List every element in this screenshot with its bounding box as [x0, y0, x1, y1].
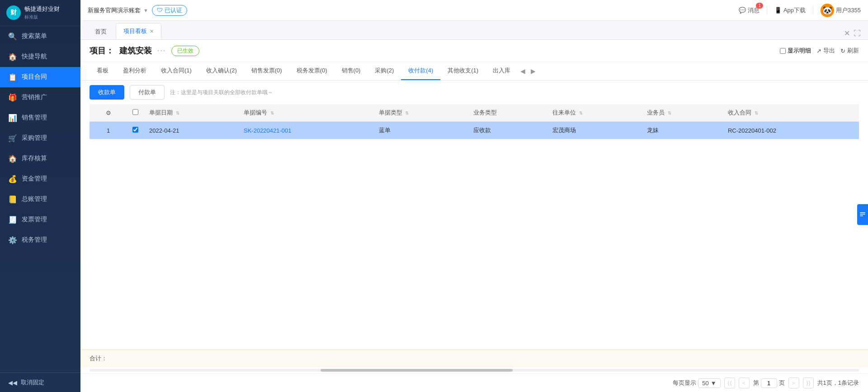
col-number[interactable]: 单据编号 ⇅ — [238, 104, 373, 122]
col-salesperson[interactable]: 业务员 ⇅ — [642, 104, 722, 122]
close-window-icon[interactable]: ✕ — [844, 29, 850, 38]
nav-tab-other-expense[interactable]: 其他收支(1) — [440, 62, 486, 80]
unpin-icon: ◀◀ — [8, 379, 17, 386]
page-size-dropdown[interactable]: 50 ▼ — [698, 378, 720, 388]
show-detail-input[interactable] — [780, 48, 786, 54]
nav-tab-kanban[interactable]: 看板 — [90, 62, 116, 80]
sidebar-item-invoice[interactable]: 🧾 发票管理 — [0, 210, 80, 230]
sort-date-icon: ⇅ — [176, 110, 179, 115]
message-badge: 1 — [756, 3, 763, 9]
sidebar-item-tax[interactable]: ⚙️ 税务管理 — [0, 230, 80, 250]
export-button[interactable]: ↗ 导出 — [816, 47, 835, 55]
right-float-panel-button[interactable] — [857, 204, 868, 225]
sidebar-item-purchase[interactable]: 🛒 采购管理 — [0, 128, 80, 148]
sidebar-item-search[interactable]: 🔍 搜索菜单 — [0, 26, 80, 47]
col-income-contract[interactable]: 收入合同 ⇅ — [722, 104, 859, 122]
sidebar-item-sales[interactable]: 📊 销售管理 — [0, 108, 80, 128]
refresh-icon: ↻ — [840, 48, 845, 54]
maximize-window-icon[interactable]: ⛶ — [854, 29, 861, 38]
prev-page-button[interactable]: ＜ — [739, 378, 750, 388]
row-checkbox-cell[interactable] — [127, 122, 144, 139]
row-checkbox[interactable] — [132, 127, 138, 133]
sort-type-icon: ⇅ — [405, 110, 409, 115]
sidebar-item-inventory[interactable]: 🏠 库存核算 — [0, 148, 80, 169]
table-row[interactable]: 1 2022-04-21 SK-20220421-001 蓝单 应收款 — [90, 122, 859, 139]
tab-project-board[interactable]: 项目看板 ✕ — [116, 23, 161, 39]
gift-icon: 🎁 — [8, 93, 17, 102]
mobile-icon: 📱 — [774, 7, 782, 14]
shield-icon: 🛡 — [157, 7, 163, 14]
col-checkbox — [127, 104, 144, 122]
tab-home[interactable]: 首页 — [88, 24, 114, 39]
sort-partner-icon: ⇅ — [579, 110, 583, 115]
nav-tab-profit[interactable]: 盈利分析 — [116, 62, 154, 80]
message-button[interactable]: 💬 消息 1 — [739, 6, 760, 14]
first-page-button[interactable]: ⟨⟨ — [724, 378, 735, 388]
nav-tab-sales[interactable]: 销售(0) — [335, 62, 368, 80]
row-index: 1 — [90, 122, 127, 139]
total-info: 共1页，1条记录 — [817, 379, 859, 387]
nav-tab-purchase[interactable]: 采购(2) — [368, 62, 401, 80]
tax-icon: ⚙️ — [8, 236, 17, 244]
account-selector[interactable]: 新服务官网演示账套 ▼ — [88, 6, 148, 14]
svg-rect-0 — [860, 212, 865, 213]
nav-tab-income-contract[interactable]: 收入合同(1) — [154, 62, 199, 80]
topbar-divider — [767, 6, 767, 15]
settings-icon[interactable]: ⚙ — [106, 110, 111, 116]
show-detail-checkbox[interactable]: 显示明细 — [780, 47, 811, 55]
col-type[interactable]: 单据类型 ⇅ — [373, 104, 468, 122]
last-page-button[interactable]: ⟩⟩ — [803, 378, 814, 388]
col-settings[interactable]: ⚙ — [90, 104, 127, 122]
sort-contract-icon: ⇅ — [755, 110, 758, 115]
data-table: ⚙ 单据日期 ⇅ 单据编号 ⇅ — [90, 104, 859, 139]
sub-tab-hint: 注：这里是与项目关联的全部收付款单哦～ — [170, 89, 273, 96]
project-status-badge: 已生效 — [171, 46, 199, 56]
col-date[interactable]: 单据日期 ⇅ — [144, 104, 238, 122]
svg-rect-2 — [860, 215, 863, 216]
nav-tab-payment[interactable]: 收付款(4) — [401, 62, 440, 80]
app-download-button[interactable]: 📱 App下载 — [774, 6, 806, 14]
certified-badge: 🛡 已认证 — [152, 5, 187, 16]
sidebar-item-project-contract[interactable]: 📋 项目合同 — [0, 67, 80, 87]
finance-icon: 💰 — [8, 175, 17, 183]
sidebar-logo: 财 — [6, 5, 21, 20]
sidebar-item-finance[interactable]: 💰 资金管理 — [0, 169, 80, 189]
row-partner: 宏茂商场 — [547, 122, 642, 139]
project-label: 项目： — [90, 45, 114, 56]
user-menu[interactable]: 🐼 用户3355 — [821, 4, 861, 17]
horizontal-scrollbar[interactable] — [80, 367, 868, 373]
next-page-button[interactable]: ＞ — [788, 378, 799, 388]
table-header-row: ⚙ 单据日期 ⇅ 单据编号 ⇅ — [90, 104, 859, 122]
sidebar-item-quick-nav[interactable]: 🏠 快捷导航 — [0, 47, 80, 67]
row-number-link[interactable]: SK-20220421-001 — [244, 127, 292, 134]
sort-number-icon: ⇅ — [270, 110, 274, 115]
select-all-checkbox[interactable] — [132, 109, 138, 115]
main-area: 新服务官网演示账套 ▼ 🛡 已认证 💬 消息 1 📱 App下载 � — [80, 0, 868, 392]
page-number-input[interactable] — [761, 378, 777, 388]
content-area: 项目： 建筑安装 ··· 已生效 显示明细 ↗ 导出 ↻ 刷新 — [80, 40, 868, 392]
home-icon: 🏠 — [8, 53, 17, 61]
nav-tab-income-confirm[interactable]: 收入确认(2) — [199, 62, 244, 80]
row-type: 蓝单 — [373, 122, 468, 139]
tab-bar: 首页 项目看板 ✕ ✕ ⛶ — [80, 21, 868, 40]
tab-close-icon[interactable]: ✕ — [150, 29, 154, 34]
sub-tab-receipt[interactable]: 收款单 — [90, 85, 124, 100]
data-table-container: ⚙ 单据日期 ⇅ 单据编号 ⇅ — [80, 104, 868, 349]
project-more-button[interactable]: ··· — [157, 47, 166, 55]
account-chevron-icon: ▼ — [143, 8, 148, 13]
sidebar: 财 畅捷通好业财 标准版 🔍 搜索菜单 🏠 快捷导航 📋 项目合同 🎁 营销推广… — [0, 0, 80, 392]
sidebar-version: 标准版 — [24, 14, 60, 20]
col-partner[interactable]: 往来单位 ⇅ — [547, 104, 642, 122]
row-number[interactable]: SK-20220421-001 — [238, 122, 373, 139]
nav-tab-stock[interactable]: 出入库 — [486, 62, 518, 80]
nav-tab-tax-invoice[interactable]: 税务发票(0) — [289, 62, 335, 80]
nav-next-arrow[interactable]: ▶ — [528, 64, 538, 78]
sub-tab-payment[interactable]: 付款单 — [130, 85, 165, 100]
refresh-button[interactable]: ↻ 刷新 — [840, 47, 859, 55]
nav-prev-arrow[interactable]: ◀ — [518, 64, 528, 78]
sidebar-item-ledger[interactable]: 📒 总账管理 — [0, 189, 80, 210]
sidebar-item-marketing[interactable]: 🎁 营销推广 — [0, 87, 80, 108]
nav-tab-sales-invoice[interactable]: 销售发票(0) — [244, 62, 289, 80]
message-icon: 💬 — [739, 7, 746, 14]
sidebar-unpin-button[interactable]: ◀◀ 取消固定 — [0, 373, 80, 392]
